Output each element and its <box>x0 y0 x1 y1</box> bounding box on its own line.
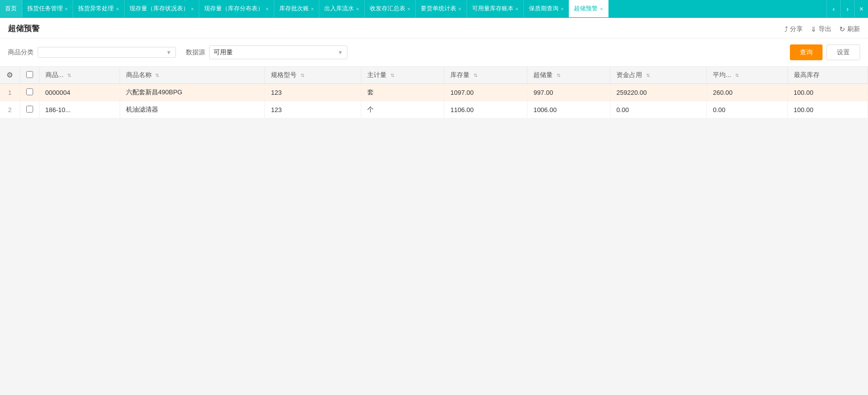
col-overstock-label: 超储量 <box>533 71 553 79</box>
col-stock-label: 库存量 <box>450 71 470 79</box>
nav-tab-available-stock-close[interactable]: × <box>516 6 519 12</box>
col-unit-sort-icon: ⇅ <box>391 73 394 78</box>
row-unit: 套 <box>361 84 444 101</box>
nav-tab-abnormal-label: 拣货异常处理 <box>78 4 114 13</box>
row-num: 1 <box>0 84 20 101</box>
nav-tab-quality[interactable]: 保质期查询 × <box>524 0 569 18</box>
row-code: 0000004 <box>39 84 120 101</box>
nav-tab-batch-account-label: 库存批次账 <box>279 4 309 13</box>
row-overstock: 1006.00 <box>527 101 610 118</box>
col-unit-label: 主计量 <box>367 71 387 79</box>
nav-tab-abnormal[interactable]: 拣货异常处理 × <box>73 0 124 18</box>
nav-tab-batch-account-close[interactable]: × <box>311 6 314 12</box>
nav-tab-available-stock-label: 可用量库存账本 <box>472 4 514 13</box>
row-spec: 123 <box>265 84 361 101</box>
export-button[interactable]: ⇓ 导出 <box>811 25 831 34</box>
nav-tab-task-mgmt-label: 拣货任务管理 <box>27 4 63 13</box>
row-name: 六配套新昌490BPG <box>120 84 264 101</box>
nav-tab-task-mgmt-close[interactable]: × <box>65 6 68 12</box>
nav-close-all[interactable]: × <box>854 0 868 18</box>
col-code-label: 商品... <box>45 71 64 79</box>
nav-tab-available-stock[interactable]: 可用量库存账本 × <box>467 0 524 18</box>
col-unit[interactable]: 主计量 ⇅ <box>361 67 444 84</box>
col-spec-label: 规格型号 <box>271 71 297 79</box>
refresh-button[interactable]: ↻ 刷新 <box>839 25 860 34</box>
col-gear: ⚙ <box>0 67 20 84</box>
filter-area: 商品分类 ▼ 数据源 可用量 ▼ 查询 设置 <box>0 39 868 67</box>
top-navigation: 首页 拣货任务管理 × 拣货异常处理 × 现存量（库存状况表） × 现存量（库存… <box>0 0 868 18</box>
nav-next-arrow[interactable]: › <box>840 0 854 18</box>
nav-tab-inout-flow-close[interactable]: × <box>356 6 359 12</box>
nav-tab-batch-account[interactable]: 库存批次账 × <box>274 0 319 18</box>
data-table: ⚙ 商品... ⇅ 商品名称 ⇅ 规格型号 ⇅ <box>0 67 868 118</box>
row-checkbox[interactable] <box>26 88 33 95</box>
nav-tab-inventory-status[interactable]: 现存量（库存状况表） × <box>125 0 199 18</box>
filter-buttons: 查询 设置 <box>790 44 860 60</box>
nav-arrows: ‹ › × <box>826 0 868 18</box>
nav-tab-recv-send[interactable]: 收发存汇总表 × <box>365 0 416 18</box>
refresh-label: 刷新 <box>847 25 860 34</box>
col-avg[interactable]: 平均... ⇅ <box>707 67 787 84</box>
row-stock: 1106.00 <box>444 101 527 118</box>
nav-tab-recv-send-close[interactable]: × <box>407 6 410 12</box>
col-max-stock-label: 最高库存 <box>794 71 820 79</box>
col-stock[interactable]: 库存量 ⇅ <box>444 67 527 84</box>
nav-tab-abnormal-close[interactable]: × <box>116 6 119 12</box>
row-num: 2 <box>0 101 20 118</box>
row-max-stock: 100.00 <box>787 101 868 118</box>
datasource-chevron-icon: ▼ <box>338 49 343 55</box>
select-all-checkbox[interactable] <box>26 71 33 78</box>
col-capital-label: 资金占用 <box>616 71 642 79</box>
nav-tab-home-label: 首页 <box>5 4 17 13</box>
datasource-select-value: 可用量 <box>214 48 233 57</box>
nav-tab-overstock[interactable]: 超储预警 × <box>569 0 608 18</box>
col-code[interactable]: 商品... ⇅ <box>39 67 120 84</box>
row-stock: 1097.00 <box>444 84 527 101</box>
nav-tab-overstock-close[interactable]: × <box>600 6 603 12</box>
category-label: 商品分类 <box>8 48 34 57</box>
row-max-stock: 100.00 <box>787 84 868 101</box>
row-capital: 0.00 <box>610 101 707 118</box>
nav-tab-task-mgmt[interactable]: 拣货任务管理 × <box>22 0 73 18</box>
col-code-sort-icon: ⇅ <box>67 73 71 78</box>
col-capital[interactable]: 资金占用 ⇅ <box>610 67 707 84</box>
row-spec: 123 <box>265 101 361 118</box>
category-filter: 商品分类 ▼ <box>8 47 176 58</box>
nav-tab-inout-flow-label: 出入库流水 <box>324 4 354 13</box>
col-name-label: 商品名称 <box>126 71 152 79</box>
row-capital: 259220.00 <box>610 84 707 101</box>
row-name: 机油滤清器 <box>120 101 264 118</box>
share-button[interactable]: ⤴ 分享 <box>784 25 803 34</box>
export-label: 导出 <box>819 25 831 34</box>
nav-tab-home[interactable]: 首页 <box>0 0 22 18</box>
row-checkbox-cell <box>20 84 39 101</box>
col-overstock[interactable]: 超储量 ⇅ <box>527 67 610 84</box>
row-checkbox[interactable] <box>26 106 33 113</box>
col-spec[interactable]: 规格型号 ⇅ <box>265 67 361 84</box>
col-name[interactable]: 商品名称 ⇅ <box>120 67 264 84</box>
nav-tab-inventory-dist[interactable]: 现存量（库存分布表） × <box>199 0 274 18</box>
nav-tab-quality-close[interactable]: × <box>561 6 564 12</box>
nav-tab-order-stat[interactable]: 要货单统计表 × <box>416 0 467 18</box>
col-avg-sort-icon: ⇅ <box>735 73 739 78</box>
col-max-stock[interactable]: 最高库存 <box>787 67 868 84</box>
refresh-icon: ↻ <box>839 25 845 33</box>
col-spec-sort-icon: ⇅ <box>301 73 304 78</box>
datasource-select[interactable]: 可用量 ▼ <box>209 45 347 59</box>
nav-tab-order-stat-close[interactable]: × <box>458 6 461 12</box>
table-row: 2 186-10... 机油滤清器 123 个 1106.00 1006.00 … <box>0 101 868 118</box>
gear-icon[interactable]: ⚙ <box>6 71 13 79</box>
col-avg-label: 平均... <box>713 71 731 79</box>
nav-prev-arrow[interactable]: ‹ <box>826 0 840 18</box>
nav-tab-inventory-dist-close[interactable]: × <box>265 6 268 12</box>
nav-tab-inventory-status-close[interactable]: × <box>191 6 194 12</box>
settings-button[interactable]: 设置 <box>826 44 860 60</box>
category-select[interactable]: ▼ <box>38 47 176 58</box>
nav-tab-inventory-status-label: 现存量（库存状况表） <box>130 4 189 13</box>
row-overstock: 997.00 <box>527 84 610 101</box>
chevron-down-icon: ▼ <box>166 49 172 55</box>
table-container: ⚙ 商品... ⇅ 商品名称 ⇅ 规格型号 ⇅ <box>0 67 868 118</box>
nav-tab-inout-flow[interactable]: 出入库流水 × <box>319 0 364 18</box>
query-button[interactable]: 查询 <box>790 44 823 60</box>
row-checkbox-cell <box>20 101 39 118</box>
